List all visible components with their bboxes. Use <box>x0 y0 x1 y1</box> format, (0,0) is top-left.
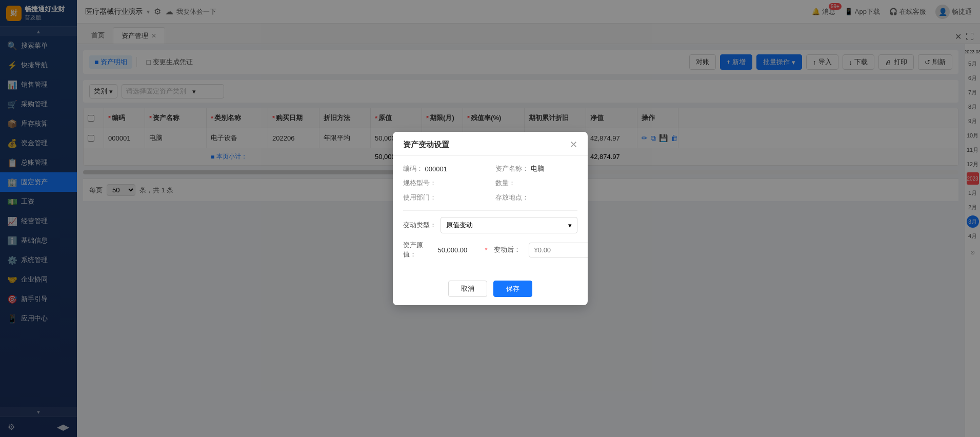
modal-code-label: 编码： <box>403 164 423 173</box>
modal-original-value-value: 50,000.00 <box>438 246 479 254</box>
modal-original-value-label: 资产原值： <box>403 241 434 259</box>
modal-info-grid: 编码： 000001 资产名称： 电脑 规格型号： 数量： 使用部门： <box>403 164 577 202</box>
modal-quantity-item: 数量： <box>495 178 577 188</box>
modal-name-label: 资产名称： <box>495 164 529 173</box>
modal-divider <box>403 210 577 211</box>
modal-body: 编码： 000001 资产名称： 电脑 规格型号： 数量： 使用部门： <box>393 156 588 274</box>
modal-code-item: 编码： 000001 <box>403 164 485 173</box>
modal-dept-item: 使用部门： <box>403 193 485 202</box>
modal-code-value: 000001 <box>425 165 447 173</box>
modal-header: 资产变动设置 ✕ <box>393 132 588 156</box>
modal-value-row: 资产原值： 50,000.00 * 变动后： <box>403 241 577 259</box>
modal-footer: 取消 保存 <box>393 274 588 305</box>
modal-name-value: 电脑 <box>531 164 544 173</box>
modal-spec-item: 规格型号： <box>403 178 485 188</box>
modal-cancel-btn[interactable]: 取消 <box>448 281 487 297</box>
modal-after-change-input[interactable] <box>529 243 588 257</box>
modal-change-type-row: 变动类型： 原值变动 ▾ <box>403 217 577 233</box>
required-dot: * <box>485 246 488 254</box>
modal-overlay: 资产变动设置 ✕ 编码： 000001 资产名称： 电脑 规格型号： 数量： <box>0 0 980 437</box>
modal-save-btn[interactable]: 保存 <box>493 281 532 297</box>
modal-spec-label: 规格型号： <box>403 178 436 188</box>
modal-title: 资产变动设置 <box>403 140 449 150</box>
modal-change-type-select[interactable]: 原值变动 ▾ <box>441 217 577 233</box>
modal-change-type-value: 原值变动 <box>446 221 473 230</box>
modal-location-item: 存放地点： <box>495 193 577 202</box>
modal-after-change-label: 变动后： <box>494 245 525 254</box>
modal-close-btn[interactable]: ✕ <box>570 139 577 150</box>
modal-change-type-dropdown-icon: ▾ <box>568 222 572 229</box>
modal-quantity-label: 数量： <box>495 178 515 188</box>
modal-name-item: 资产名称： 电脑 <box>495 164 577 173</box>
modal-change-type-label: 变动类型： <box>403 221 436 230</box>
modal-dept-label: 使用部门： <box>403 193 436 202</box>
modal-location-label: 存放地点： <box>495 193 529 202</box>
modal-asset-change: 资产变动设置 ✕ 编码： 000001 资产名称： 电脑 规格型号： 数量： <box>393 132 588 305</box>
